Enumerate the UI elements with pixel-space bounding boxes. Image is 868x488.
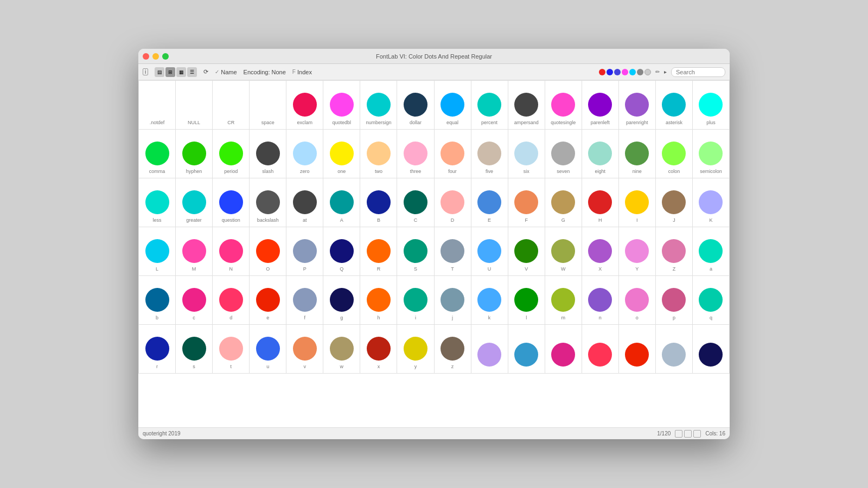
glyph-cell[interactable]: V — [508, 227, 545, 276]
glyph-cell[interactable]: nine — [619, 130, 656, 178]
glyph-cell[interactable]: M — [176, 227, 213, 276]
glyph-cell[interactable]: a — [693, 227, 730, 276]
toolbar-pen-icon[interactable]: ✏ — [655, 69, 660, 75]
glyph-cell[interactable]: s — [176, 325, 213, 374]
glyph-cell[interactable]: n — [582, 276, 619, 325]
view-icon-1[interactable]: ▤ — [155, 67, 164, 77]
glyph-cell[interactable]: parenright — [619, 81, 656, 130]
glyph-cell[interactable]: j — [435, 276, 471, 325]
glyph-cell[interactable]: comma — [139, 130, 176, 178]
statusbar-icon-2[interactable] — [684, 430, 692, 438]
color-filter-red[interactable] — [599, 69, 605, 75]
view-icon-2[interactable]: ⊞ — [165, 67, 175, 77]
glyph-cell[interactable]: b — [139, 276, 176, 325]
glyph-cell[interactable]: D — [435, 178, 471, 227]
glyph-cell[interactable]: f — [286, 276, 323, 325]
glyph-cell[interactable]: Y — [619, 227, 656, 276]
glyph-cell[interactable]: C — [397, 178, 434, 227]
glyph-cell[interactable] — [471, 325, 508, 374]
glyph-cell[interactable]: G — [545, 178, 582, 227]
glyph-cell[interactable]: h — [360, 276, 397, 325]
statusbar-icon-3[interactable] — [693, 430, 701, 438]
close-button[interactable] — [143, 53, 149, 60]
glyph-cell[interactable]: seven — [545, 130, 582, 178]
glyph-cell[interactable]: NULL — [176, 81, 213, 130]
glyph-cell[interactable]: ampersand — [508, 81, 545, 130]
glyph-cell[interactable]: c — [176, 276, 213, 325]
glyph-cell[interactable]: t — [213, 325, 250, 374]
view-icon-3[interactable]: ▦ — [176, 67, 186, 77]
glyph-cell[interactable]: space — [250, 81, 286, 130]
glyph-cell[interactable] — [656, 325, 693, 374]
glyph-cell[interactable]: v — [286, 325, 323, 374]
glyph-cell[interactable]: slash — [250, 130, 286, 178]
glyph-cell[interactable] — [508, 325, 545, 374]
glyph-cell[interactable] — [545, 325, 582, 374]
glyph-cell[interactable]: at — [286, 178, 323, 227]
glyph-cell[interactable]: four — [435, 130, 471, 178]
glyph-cell[interactable]: q — [693, 276, 730, 325]
glyph-cell[interactable]: percent — [471, 81, 508, 130]
glyph-cell[interactable]: x — [360, 325, 397, 374]
statusbar-icon-1[interactable] — [675, 430, 682, 438]
glyph-cell[interactable]: dollar — [397, 81, 434, 130]
glyph-cell[interactable]: parenleft — [582, 81, 619, 130]
glyph-cell[interactable]: J — [656, 178, 693, 227]
glyph-cell[interactable]: y — [397, 325, 434, 374]
glyph-cell[interactable]: five — [471, 130, 508, 178]
glyph-cell[interactable]: d — [213, 276, 250, 325]
glyph-cell[interactable]: R — [360, 227, 397, 276]
glyph-cell[interactable]: I — [619, 178, 656, 227]
glyph-cell[interactable]: colon — [656, 130, 693, 178]
glyph-cell[interactable]: Q — [323, 227, 360, 276]
glyph-cell[interactable] — [582, 325, 619, 374]
glyph-cell[interactable] — [693, 325, 730, 374]
glyph-cell[interactable]: m — [545, 276, 582, 325]
glyph-cell[interactable]: L — [139, 227, 176, 276]
glyph-cell[interactable]: semicolon — [693, 130, 730, 178]
glyph-cell[interactable]: U — [471, 227, 508, 276]
glyph-cell[interactable]: z — [435, 325, 471, 374]
glyph-cell[interactable]: o — [619, 276, 656, 325]
glyph-cell[interactable]: P — [286, 227, 323, 276]
glyph-cell[interactable]: O — [250, 227, 286, 276]
glyph-cell[interactable]: X — [582, 227, 619, 276]
glyph-cell[interactable]: quotedbl — [323, 81, 360, 130]
color-filter-blue[interactable] — [607, 69, 613, 75]
glyph-cell[interactable]: w — [323, 325, 360, 374]
color-filter-light[interactable] — [644, 69, 651, 75]
glyph-cell[interactable]: zero — [286, 130, 323, 178]
glyph-cell[interactable]: A — [323, 178, 360, 227]
glyph-cell[interactable]: e — [250, 276, 286, 325]
minimize-button[interactable] — [152, 53, 159, 60]
color-filter-gray[interactable] — [637, 69, 643, 75]
glyph-cell[interactable]: less — [139, 178, 176, 227]
search-input[interactable] — [671, 67, 725, 77]
glyph-cell[interactable] — [619, 325, 656, 374]
toolbar-arrow-icon[interactable]: ▸ — [664, 69, 667, 75]
glyph-cell[interactable]: k — [471, 276, 508, 325]
glyph-cell[interactable]: period — [213, 130, 250, 178]
glyph-cell[interactable]: equal — [435, 81, 471, 130]
glyph-cell[interactable]: six — [508, 130, 545, 178]
glyph-cell[interactable]: T — [435, 227, 471, 276]
view-icon-4[interactable]: ☰ — [187, 67, 197, 77]
glyph-cell[interactable]: Z — [656, 227, 693, 276]
glyph-cell[interactable]: greater — [176, 178, 213, 227]
glyph-cell[interactable]: hyphen — [176, 130, 213, 178]
glyph-cell[interactable]: p — [656, 276, 693, 325]
glyph-cell[interactable]: one — [323, 130, 360, 178]
maximize-button[interactable] — [162, 53, 169, 60]
glyph-cell[interactable]: F — [508, 178, 545, 227]
glyph-cell[interactable]: N — [213, 227, 250, 276]
color-filter-pink[interactable] — [622, 69, 628, 75]
glyph-cell[interactable]: quotesingle — [545, 81, 582, 130]
glyph-cell[interactable]: CR — [213, 81, 250, 130]
glyph-cell[interactable]: E — [471, 178, 508, 227]
glyph-cell[interactable]: plus — [693, 81, 730, 130]
color-filter-cyan[interactable] — [629, 69, 636, 75]
glyph-cell[interactable]: backslash — [250, 178, 286, 227]
glyph-cell[interactable]: question — [213, 178, 250, 227]
toolbar-info[interactable]: i — [143, 68, 148, 75]
glyph-cell[interactable]: eight — [582, 130, 619, 178]
